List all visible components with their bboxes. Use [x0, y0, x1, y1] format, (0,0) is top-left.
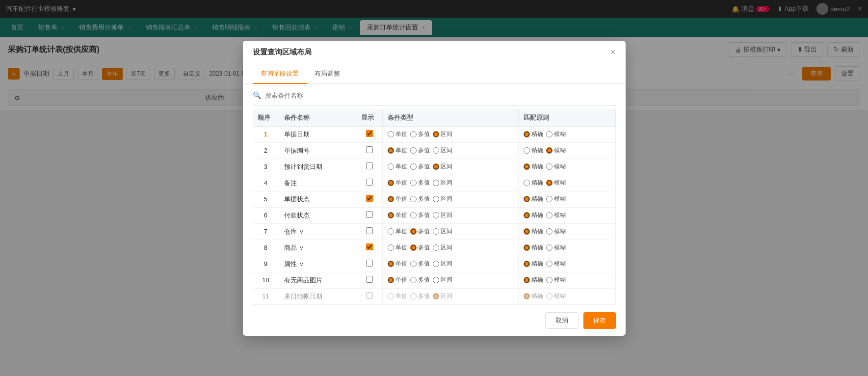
col-type: 条件类型 — [383, 109, 519, 110]
modal-body: 🔍 顺序 条件名称 显示 条件类型 匹配原则 — [243, 84, 626, 110]
modal-overlay: 设置查询区域布局 × 查询字段设置 布局调整 🔍 顺序 条件名称 — [0, 0, 868, 110]
col-name: 条件名称 — [279, 109, 356, 110]
search-input[interactable] — [261, 90, 616, 101]
modal-tab-layout[interactable]: 布局调整 — [307, 64, 348, 84]
modal: 设置查询区域布局 × 查询字段设置 布局调整 🔍 顺序 条件名称 — [243, 41, 626, 110]
modal-tabs: 查询字段设置 布局调整 — [243, 64, 626, 84]
search-icon: 🔍 — [253, 91, 261, 99]
col-display: 显示 — [356, 109, 383, 110]
modal-table: 顺序 条件名称 显示 条件类型 匹配原则 1单据日期 单值 多值 区间 — [253, 109, 616, 110]
modal-tab-query-fields[interactable]: 查询字段设置 — [253, 64, 307, 84]
col-order: 顺序 — [253, 109, 279, 110]
modal-close-button[interactable]: × — [610, 48, 616, 56]
modal-table-wrap: 顺序 条件名称 显示 条件类型 匹配原则 1单据日期 单值 多值 区间 — [253, 109, 616, 110]
search-box: 🔍 — [253, 90, 616, 106]
col-match: 匹配原则 — [519, 109, 616, 110]
modal-title: 设置查询区域布局 — [253, 48, 312, 57]
modal-header: 设置查询区域布局 × — [243, 41, 626, 64]
